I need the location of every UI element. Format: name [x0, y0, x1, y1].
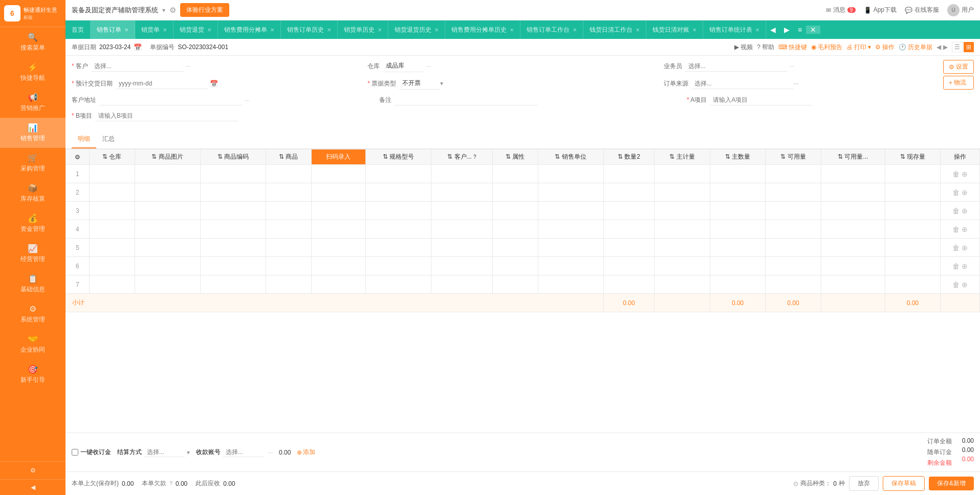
- invoice-value[interactable]: 不开票: [399, 77, 440, 90]
- cell-product-2[interactable]: [266, 183, 311, 202]
- copy-row-1-icon[interactable]: ⊕: [962, 170, 968, 178]
- tab-summary[interactable]: 汇总: [96, 131, 121, 148]
- cell-main-unit-1[interactable]: [655, 165, 710, 183]
- col-warehouse[interactable]: ⇅ 仓库: [89, 149, 135, 165]
- order-source-dropdown-icon[interactable]: ···: [794, 80, 799, 87]
- sidebar-item-system[interactable]: ⚙ 系统管理: [0, 299, 66, 329]
- tab-close-icon[interactable]: ✕: [124, 27, 128, 33]
- tab-sales-stats[interactable]: 销售订单统计表 ✕: [703, 20, 766, 39]
- col-product[interactable]: ⇅ 商品: [266, 149, 311, 165]
- tab-close-icon[interactable]: ✕: [755, 27, 759, 33]
- save-draft-button[interactable]: 保存草稿: [883, 476, 925, 491]
- operation-button[interactable]: ⚙ 操作: [875, 43, 895, 52]
- sidebar-item-marketing[interactable]: 📢 营销推广: [0, 88, 66, 118]
- warehouse-value[interactable]: 成品库: [383, 60, 424, 72]
- shortcut-button[interactable]: ⌨ 快捷键: [778, 43, 807, 52]
- cell-scan-2[interactable]: [311, 183, 365, 202]
- invoice-dropdown-icon[interactable]: ▾: [440, 80, 443, 87]
- one-click-checkbox-label[interactable]: 一键收订金: [72, 448, 111, 457]
- tab-close-icon[interactable]: ✕: [207, 27, 211, 33]
- col-available[interactable]: ⇅ 可用量: [766, 149, 821, 165]
- address-expand-icon[interactable]: ···: [245, 97, 250, 104]
- delete-row-6-icon[interactable]: 🗑: [952, 262, 960, 270]
- cell-stock-1[interactable]: [885, 165, 940, 183]
- copy-row-2-icon[interactable]: ⊕: [962, 188, 968, 197]
- profit-button[interactable]: ◉ 毛利预告: [811, 43, 842, 52]
- sidebar-item-guide[interactable]: 🎯 新手引导: [0, 359, 66, 390]
- discard-button[interactable]: 放弃: [849, 476, 879, 491]
- delete-row-1-icon[interactable]: 🗑: [952, 170, 960, 178]
- solution-button[interactable]: 体验行业方案: [180, 3, 229, 17]
- tab-close-icon[interactable]: ✕: [636, 27, 640, 33]
- account-expand-icon[interactable]: ···: [268, 449, 273, 456]
- col-product-image[interactable]: ⇅ 商品图片: [135, 149, 200, 165]
- tab-fee-history[interactable]: 销售费用分摊单历史 ✕: [445, 20, 520, 39]
- cell-main-qty-1[interactable]: [710, 165, 765, 183]
- a-project-input[interactable]: [710, 95, 812, 105]
- cell-scan-1[interactable]: [311, 165, 365, 183]
- save-new-button[interactable]: 保存&新增: [929, 477, 974, 490]
- cell-unit-2[interactable]: [538, 183, 603, 202]
- cell-avail2-1[interactable]: [821, 165, 885, 183]
- copy-row-4-icon[interactable]: ⊕: [962, 225, 968, 233]
- dropdown-icon[interactable]: ▾: [162, 7, 165, 14]
- history-button[interactable]: 🕐 历史单据: [899, 43, 932, 52]
- address-input[interactable]: [99, 95, 243, 105]
- copy-row-6-icon[interactable]: ⊕: [962, 262, 968, 270]
- tab-sales-invoice[interactable]: 销货单 ✕: [135, 20, 173, 39]
- prev-record-icon[interactable]: ◀: [937, 44, 941, 51]
- cell-avail-2[interactable]: [766, 183, 821, 202]
- online-service-button[interactable]: 💬 在线客服: [905, 6, 939, 14]
- col-available2[interactable]: ⇅ 可用量...: [821, 149, 885, 165]
- cell-attr-1[interactable]: [492, 165, 538, 183]
- customer-input[interactable]: [91, 61, 183, 72]
- add-payment-button[interactable]: ⊕ 添加: [297, 448, 315, 457]
- col-attribute[interactable]: ⇅ 属性: [492, 149, 538, 165]
- col-spec[interactable]: ⇅ 规格型号: [365, 149, 431, 165]
- tab-detail[interactable]: 明细: [72, 131, 96, 148]
- cell-attr-2[interactable]: [492, 183, 538, 202]
- sidebar-item-purchase[interactable]: 🛒 采购管理: [0, 148, 66, 178]
- col-sales-unit[interactable]: ⇅ 销售单位: [538, 149, 603, 165]
- col-scan[interactable]: 扫码录入: [311, 149, 365, 165]
- tab-return-history[interactable]: 销货退货历史 ✕: [388, 20, 445, 39]
- sidebar-item-search[interactable]: 🔍 搜索菜单: [0, 27, 66, 57]
- tab-close-icon[interactable]: ✕: [327, 27, 331, 33]
- col-current-stock[interactable]: ⇅ 现存量: [885, 149, 940, 165]
- settings-gear-icon[interactable]: ⚙: [169, 6, 176, 15]
- addon-quick-button[interactable]: + 物流: [943, 76, 974, 90]
- tab-sales-order-history[interactable]: 销售订单历史 ✕: [281, 20, 338, 39]
- print-dropdown-icon[interactable]: ▾: [868, 44, 871, 51]
- cell-warehouse-2[interactable]: [89, 183, 135, 202]
- tab-close-icon[interactable]: ✕: [163, 27, 167, 33]
- sidebar-item-operations[interactable]: 📈 经营管理: [0, 239, 66, 269]
- cell-image-1[interactable]: [135, 165, 200, 183]
- delivery-calendar-icon[interactable]: 📅: [210, 80, 218, 88]
- cell-avail-1[interactable]: [766, 165, 821, 183]
- sidebar-item-finance[interactable]: 💰 资金管理: [0, 208, 66, 239]
- b-project-input[interactable]: [95, 111, 238, 121]
- tab-close-icon[interactable]: ✕: [378, 27, 382, 33]
- settlement-dropdown-icon[interactable]: ▾: [187, 449, 190, 456]
- tab-sales-workbench[interactable]: 销售订单工作台 ✕: [520, 20, 583, 39]
- tab-prev-button[interactable]: ◀: [766, 26, 780, 34]
- settings-quick-button[interactable]: ⚙ 设置: [943, 60, 974, 74]
- tab-close-icon[interactable]: ✕: [573, 27, 577, 33]
- app-download-button[interactable]: 📱 App下载: [864, 6, 897, 14]
- help-button[interactable]: ? 帮助: [757, 43, 774, 52]
- sidebar-settings[interactable]: ⚙: [0, 461, 66, 479]
- tab-sales-order[interactable]: 销售订单 ✕: [91, 20, 135, 39]
- tab-close-all-button[interactable]: ✕: [806, 26, 820, 34]
- tab-sales-fee[interactable]: 销售费用分摊单 ✕: [218, 20, 281, 39]
- user-avatar[interactable]: U 用户: [947, 4, 974, 16]
- delete-row-7-icon[interactable]: 🗑: [952, 281, 960, 289]
- list-view-icon[interactable]: ☰: [952, 42, 963, 52]
- cell-qty2-1[interactable]: [603, 165, 655, 183]
- print-button[interactable]: 🖨 打印 ▾: [846, 43, 871, 52]
- cell-main-qty-2[interactable]: [710, 183, 765, 202]
- cell-image-2[interactable]: [135, 183, 200, 202]
- sidebar-collapse-button[interactable]: ◀: [0, 479, 66, 495]
- tab-sales-return[interactable]: 销货退货 ✕: [173, 20, 218, 39]
- next-record-icon[interactable]: ▶: [943, 44, 948, 51]
- sidebar-item-inventory[interactable]: 📦 库存核算: [0, 178, 66, 208]
